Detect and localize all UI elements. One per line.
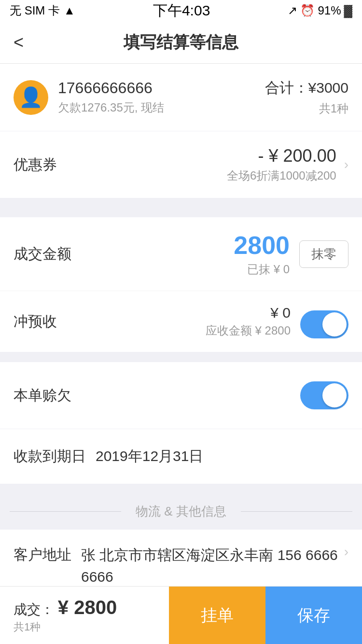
pending-button[interactable]: 挂单	[169, 587, 265, 644]
status-time: 下午4:03	[153, 1, 210, 21]
debit-row: 本单赊欠	[0, 362, 362, 429]
chevron-right-icon: ›	[344, 157, 348, 172]
logistics-header: 物流 & 其他信息	[0, 493, 362, 530]
nav-bar: < 填写结算等信息	[0, 21, 362, 64]
logistics-header-text: 物流 & 其他信息	[131, 503, 231, 520]
customer-debt: 欠款1276.35元, 现结	[58, 100, 164, 115]
debit-toggle[interactable]	[300, 381, 348, 409]
status-bar: 无 SIM 卡 ▲ 下午4:03 ↗ ⏰ 91% ▓	[0, 0, 362, 21]
coupon-label: 优惠券	[14, 155, 57, 175]
battery-icon: ▓	[344, 4, 353, 17]
total-count: 共1种	[265, 101, 348, 116]
bottom-amount: ¥ 2800	[58, 597, 117, 618]
header-line-right	[241, 511, 352, 512]
bottom-buttons: 挂单 保存	[169, 587, 362, 644]
deal-amount-value: 2800	[234, 231, 290, 260]
prepay-values: ¥ 0 应收金额 ¥ 2800	[206, 305, 291, 338]
customer-left: 👤 17666666666 欠款1276.35元, 现结	[14, 79, 164, 115]
customer-total: 合计：¥3000 共1种	[265, 78, 348, 116]
location-icon: ↗	[288, 4, 297, 17]
battery-text: 91%	[318, 4, 341, 17]
prepay-right: ¥ 0 应收金额 ¥ 2800	[206, 305, 348, 338]
section-divider-1	[0, 208, 362, 217]
deal-amount-value-area: 2800 已抹 ¥ 0 抹零	[234, 231, 348, 277]
prepay-toggle[interactable]	[300, 310, 348, 338]
wifi-icon: ▲	[64, 4, 75, 17]
deal-amount-label: 成交金额	[14, 244, 71, 264]
duedate-section: 收款到期日 2019年12月31日	[0, 429, 362, 484]
coupon-desc: 全场6折满1000减200	[227, 168, 336, 183]
nav-title: 填写结算等信息	[124, 31, 238, 54]
deal-amount-sub: 已抹 ¥ 0	[234, 262, 290, 277]
debit-toggle-knob	[322, 383, 347, 407]
prepay-label: 冲预收	[14, 312, 57, 332]
round-button[interactable]: 抹零	[299, 240, 348, 268]
total-amount: 合计：¥3000	[265, 78, 348, 98]
customer-phone: 17666666666	[58, 79, 164, 97]
debit-label: 本单赊欠	[14, 386, 71, 406]
bottom-count: 共1种	[14, 620, 155, 634]
address-chevron-icon: ›	[344, 544, 348, 560]
duedate-label: 收款到期日	[14, 447, 86, 466]
prepay-row: 冲预收 ¥ 0 应收金额 ¥ 2800	[0, 291, 362, 352]
bottom-deal-label: 成交： ¥ 2800	[14, 597, 155, 619]
deal-amount-row: 成交金额 2800 已抹 ¥ 0 抹零	[0, 217, 362, 291]
deal-label: 成交：	[14, 602, 54, 617]
toggle-knob	[322, 312, 347, 336]
coupon-right: - ¥ 200.00 全场6折满1000减200 ›	[227, 146, 348, 183]
prepay-desc: 应收金额 ¥ 2800	[206, 323, 291, 338]
address-value: 张 北京市市辖区海淀区永丰南 156 6666 6666	[81, 544, 338, 588]
address-label: 客户地址	[14, 545, 71, 565]
coupon-row[interactable]: 优惠券 - ¥ 200.00 全场6折满1000减200 ›	[0, 131, 362, 198]
coupon-discount: - ¥ 200.00	[227, 146, 336, 166]
duedate-row: 收款到期日 2019年12月31日	[0, 429, 362, 484]
prepay-amount: ¥ 0	[206, 305, 291, 321]
status-left: 无 SIM 卡 ▲	[10, 3, 75, 18]
duedate-value: 2019年12月31日	[96, 447, 203, 466]
no-sim-text: 无 SIM 卡	[10, 3, 60, 18]
customer-info: 17666666666 欠款1276.35元, 现结	[58, 79, 164, 115]
customer-card: 👤 17666666666 欠款1276.35元, 现结 合计：¥3000 共1…	[0, 64, 362, 131]
back-button[interactable]: <	[14, 32, 24, 53]
avatar: 👤	[14, 80, 48, 115]
deal-amount-section: 成交金额 2800 已抹 ¥ 0 抹零 冲预收 ¥ 0 应收金额 ¥ 2800	[0, 217, 362, 352]
alarm-icon: ⏰	[300, 4, 315, 17]
debit-section: 本单赊欠	[0, 362, 362, 429]
section-divider-2	[0, 352, 362, 362]
status-right: ↗ ⏰ 91% ▓	[288, 4, 352, 17]
header-line-left	[10, 511, 121, 512]
save-button[interactable]: 保存	[265, 587, 362, 644]
bottom-summary: 成交： ¥ 2800 共1种	[0, 597, 169, 634]
bottom-bar: 成交： ¥ 2800 共1种 挂单 保存	[0, 586, 362, 644]
avatar-icon: 👤	[19, 86, 43, 109]
